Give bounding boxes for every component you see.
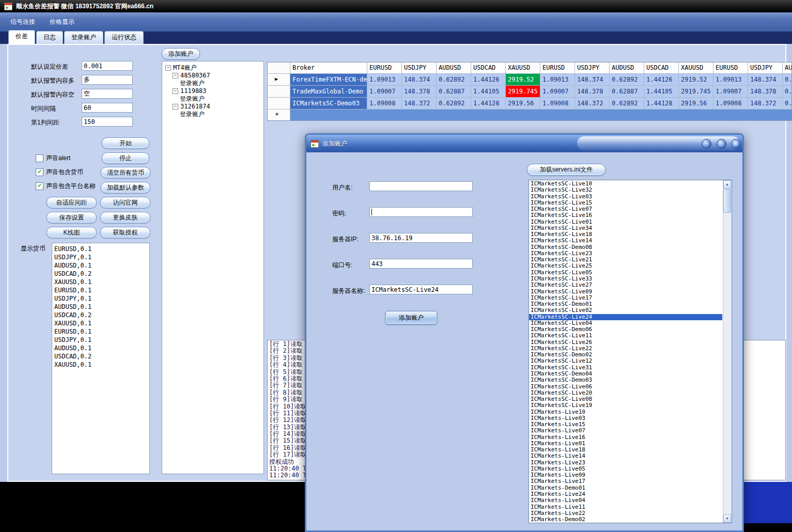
minimize-button[interactable]: − xyxy=(702,139,711,149)
scroll-thumb[interactable] xyxy=(723,189,731,213)
tree-collapse-icon[interactable]: − xyxy=(173,104,178,109)
grid-value-cell[interactable]: 148.378 xyxy=(402,86,437,98)
server-list-item[interactable]: ICMarketsSC-Live16 xyxy=(529,212,722,218)
grid-value-cell[interactable]: 1.09007 xyxy=(713,86,748,98)
load-servers-ini-button[interactable]: 加载servers.ini文件 xyxy=(527,164,605,176)
scroll-up-button[interactable]: ▲ xyxy=(723,180,731,189)
server-list-item[interactable]: ICMarkets-Live04 xyxy=(529,497,722,504)
tab[interactable]: 运行状态 xyxy=(104,31,144,44)
grid-value-cell[interactable]: 1.09007 xyxy=(367,86,402,98)
save-settings-button[interactable]: 保存设置 xyxy=(46,212,97,223)
grid-value-cell[interactable]: 0.62892 xyxy=(783,74,792,86)
grid-column-header[interactable]: XAUUSD xyxy=(679,62,713,74)
grid-value-cell[interactable]: 0.62892 xyxy=(610,98,644,109)
server-list-item[interactable]: ICMarketsSC-Live11 xyxy=(529,333,722,339)
checkbox-row[interactable]: 声音alert xyxy=(36,151,103,165)
default-alert-short-input[interactable] xyxy=(82,89,133,99)
server-list[interactable]: ICMarketsSC-Live10ICMarketsSC-Live32ICMa… xyxy=(529,180,732,523)
checkbox[interactable]: ✓ xyxy=(36,168,43,176)
grid-value-cell[interactable]: 1.09013 xyxy=(540,74,575,86)
tree-node-root[interactable]: −MT4账户 xyxy=(162,64,263,71)
server-list-item[interactable]: ICMarketsSC-Live12 xyxy=(529,358,722,364)
server-list-item[interactable]: ICMarketsSC-Live25 xyxy=(529,263,722,269)
username-input[interactable] xyxy=(369,181,473,191)
grid-column-header[interactable]: USDCAD xyxy=(471,62,506,74)
tab[interactable]: 价差 xyxy=(8,30,35,44)
grid-column-header[interactable]: EURUSD xyxy=(540,62,575,74)
grid-column-header[interactable]: Broker xyxy=(290,62,367,74)
grid-column-header[interactable]: AUDUSD xyxy=(437,62,471,74)
tree-node-login[interactable]: 登录账户 xyxy=(162,95,263,102)
checkbox-row[interactable]: ✓声音包含货币 xyxy=(36,165,103,179)
menu-item[interactable]: 价格显示 xyxy=(42,15,82,29)
tab[interactable]: 登录账户 xyxy=(64,31,103,44)
stop-button[interactable]: 停止 xyxy=(102,152,149,164)
grid-value-cell[interactable]: 1.09008 xyxy=(367,98,402,109)
grid-value-cell[interactable]: 0.62892 xyxy=(437,74,471,86)
time-interval-input[interactable] xyxy=(82,103,133,113)
grid-broker-cell[interactable]: TradeMaxGlobal-Demo xyxy=(290,86,367,98)
grid-broker-cell[interactable]: ForexTimeFXTM-ECN-demo xyxy=(290,74,367,86)
currency-list-item[interactable]: XAUUSD,0.1 xyxy=(52,361,149,369)
grid-value-cell[interactable]: 1.44126 xyxy=(644,74,679,86)
grid-column-header[interactable]: XAUUSD xyxy=(506,62,540,74)
server-list-item[interactable]: ICMarketsSC-Live19 xyxy=(529,402,722,409)
server-list-item[interactable]: ICMarketsSC-Live09 xyxy=(529,289,722,295)
grid-row-header[interactable] xyxy=(268,86,290,98)
server-list-item[interactable]: ICMarketsSC-Live24 xyxy=(529,314,722,320)
grid-row-header[interactable] xyxy=(268,98,290,109)
grid-value-cell[interactable]: 2919.745 xyxy=(679,86,713,98)
add-account-button[interactable]: 添加账户 xyxy=(162,48,200,59)
grid-value-cell[interactable]: 1.09008 xyxy=(713,98,748,109)
grid-value-cell[interactable]: 0.62892 xyxy=(437,98,471,109)
tree-node-login[interactable]: 登录账户 xyxy=(162,110,263,118)
get-license-button[interactable]: 获取授权 xyxy=(100,227,150,238)
grid-value-cell[interactable]: 0.62892 xyxy=(783,98,792,109)
tree-collapse-icon[interactable]: − xyxy=(165,65,171,71)
start-button[interactable]: 开始 xyxy=(102,137,149,149)
scroll-down-button[interactable]: ▼ xyxy=(723,514,731,523)
account-tree[interactable]: −MT4账户−48580367登录账户−1119883登录账户−31261874… xyxy=(162,61,264,474)
grid-column-header[interactable]: USDCAD xyxy=(644,62,679,74)
grid-column-header[interactable]: AUDUSD xyxy=(610,62,644,74)
server-list-item[interactable]: ICMarketsSC-Live14 xyxy=(529,238,722,244)
server-list-item[interactable]: ICMarkets-Live07 xyxy=(529,428,722,434)
maximize-button[interactable]: □ xyxy=(717,139,726,149)
server-list-item[interactable]: ICMarkets-Demo02 xyxy=(529,517,722,523)
port-input[interactable] xyxy=(369,259,473,269)
grid-value-cell[interactable]: 1.09007 xyxy=(540,86,575,98)
tree-node-account[interactable]: −48580367 xyxy=(162,71,263,79)
grid-row-header[interactable]: * xyxy=(268,109,290,121)
grid-column-header[interactable]: USDJPY xyxy=(402,62,437,74)
currency-list-item[interactable]: AUDUSD,0.1 xyxy=(52,344,149,352)
grid-value-cell[interactable]: 0.62887 xyxy=(783,86,792,98)
grid-column-header[interactable]: EURUSD xyxy=(713,62,748,74)
currency-list-item[interactable]: AUDUSD,0.1 xyxy=(52,261,149,270)
grid-value-cell[interactable]: 0.62892 xyxy=(610,74,644,86)
grid-column-header[interactable]: AUDUSD xyxy=(783,62,792,74)
currency-list-item[interactable]: AUDUSD,0.1 xyxy=(52,303,149,311)
server-name-input[interactable] xyxy=(369,285,473,294)
grid-value-cell[interactable]: 1.44128 xyxy=(471,98,506,109)
server-list-item[interactable]: ICMarketsSC-Live32 xyxy=(529,187,722,193)
display-currency-list[interactable]: EURUSD,0.1USDJPY,0.1AUDUSD,0.1USDCAD,0.2… xyxy=(52,243,150,474)
grid-value-cell[interactable]: 1.44126 xyxy=(471,74,506,86)
server-list-item[interactable]: ICMarketsSC-Demo03 xyxy=(529,377,722,383)
grid-value-cell[interactable]: 2919.56 xyxy=(506,98,540,109)
grid-column-header[interactable]: USDJPY xyxy=(748,62,783,74)
grid-value-cell[interactable]: 148.372 xyxy=(748,98,783,109)
currency-list-item[interactable]: USDJPY,0.1 xyxy=(52,294,149,303)
grid-value-cell[interactable]: 1.09008 xyxy=(540,98,575,109)
server-list-item[interactable]: ICMarketsSC-Live27 xyxy=(529,282,722,288)
grid-value-cell[interactable]: 2919.52 xyxy=(679,74,713,86)
checkbox-row[interactable]: ✓声音包含平台名称 xyxy=(36,179,103,193)
tree-node-login[interactable]: 登录账户 xyxy=(162,79,263,87)
server-list-item[interactable]: ICMarkets-Live10 xyxy=(529,409,722,415)
grid-value-cell[interactable]: 1.44128 xyxy=(644,98,679,109)
server-list-item[interactable]: ICMarketsSC-Live02 xyxy=(529,307,722,314)
grid-column-header[interactable]: USDJPY xyxy=(575,62,610,74)
tab[interactable]: 日志 xyxy=(36,31,63,44)
grid-value-cell[interactable]: 1.09013 xyxy=(367,74,402,86)
tree-node-account[interactable]: −31261874 xyxy=(162,102,263,110)
currency-list-item[interactable]: EURUSD,0.1 xyxy=(52,245,149,253)
